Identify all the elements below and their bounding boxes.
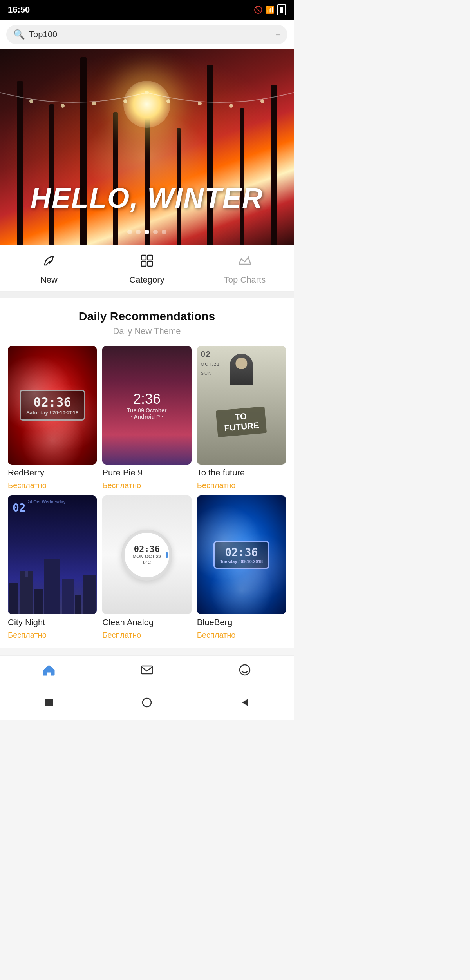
blue-background: 02:36 Tuesday / 09-10-2018 <box>197 495 286 614</box>
tree-8 <box>240 108 244 245</box>
city-clock: 02 <box>13 501 26 514</box>
svg-point-3 <box>123 99 127 103</box>
section-subtitle: Daily New Theme <box>8 326 286 336</box>
future-figure: TO FUTURE <box>217 354 266 435</box>
hero-banner: HELLO, WINTER <box>0 49 294 245</box>
hero-dot-5[interactable] <box>162 230 166 234</box>
theme-card-purepie[interactable]: 2:36 Tue.09 October· Android P · Pure Pi… <box>102 346 191 490</box>
status-bar: 16:50 🚫 📶 ▮ <box>0 0 294 20</box>
purepie-time: 2:36 <box>127 391 167 407</box>
analog-sub: MON OCT 220°C <box>132 554 161 566</box>
hero-dot-3[interactable] <box>145 230 149 234</box>
svg-point-4 <box>145 91 149 94</box>
building-7 <box>83 575 96 614</box>
tab-new[interactable]: New <box>25 253 72 285</box>
theme-thumb-purepie: 2:36 Tue.09 October· Android P · <box>102 346 191 465</box>
grid-icon <box>139 253 154 272</box>
city-skyline <box>8 543 97 614</box>
svg-rect-16 <box>45 699 53 706</box>
analog-time: 02:36 <box>134 544 160 554</box>
theme-thumb-city: 02 24.Oct Wednesday <box>8 495 97 614</box>
purepie-name: Pure Pie 9 <box>102 468 191 478</box>
tab-category[interactable]: Category <box>123 253 170 285</box>
theme-card-redberry[interactable]: 02:36 Saturday / 20-10-2018 RedBerry Бес… <box>8 346 97 490</box>
theme-card-blue[interactable]: 02:36 Tuesday / 09-10-2018 BlueBerg Бесп… <box>197 495 286 640</box>
tree-4 <box>113 112 118 245</box>
bottom-nav-face[interactable] <box>238 663 252 681</box>
svg-point-8 <box>260 99 264 103</box>
purepie-clock: 2:36 Tue.09 October· Android P · <box>127 391 167 420</box>
svg-rect-10 <box>148 255 152 260</box>
recommendations-section: Daily Recommendations Daily New Theme 02… <box>0 298 294 648</box>
section-divider <box>0 292 294 298</box>
future-banner: TO FUTURE <box>216 407 267 437</box>
voice-icon[interactable]: ≡ <box>275 29 280 40</box>
blue-name: BlueBerg <box>197 617 286 628</box>
blue-glitter <box>197 495 286 614</box>
mail-icon <box>140 663 154 681</box>
future-head <box>235 358 247 369</box>
svg-point-15 <box>240 665 250 675</box>
building-2 <box>20 571 33 614</box>
blue-price: Бесплатно <box>197 631 286 640</box>
wifi-icon: 📶 <box>266 5 274 14</box>
tab-new-label: New <box>40 275 58 285</box>
svg-marker-18 <box>242 699 248 706</box>
theme-card-analog[interactable]: 02:36 MON OCT 220°C Clean Analog Бесплат… <box>102 495 191 640</box>
tab-topcharts[interactable]: Top Charts <box>221 253 268 285</box>
purepie-price: Бесплатно <box>102 481 191 490</box>
svg-point-2 <box>92 102 96 105</box>
building-4 <box>44 559 61 614</box>
redberry-background: 02:36 Saturday / 20-10-2018 <box>8 346 97 465</box>
search-input[interactable] <box>29 29 271 40</box>
building-5 <box>62 579 73 614</box>
city-date: 24.Oct Wednesday <box>27 499 66 504</box>
hero-dot-2[interactable] <box>136 230 141 234</box>
future-toptext: 02OCT.21SUN. <box>201 350 220 377</box>
hero-dot-1[interactable] <box>127 230 132 234</box>
theme-thumb-analog: 02:36 MON OCT 220°C <box>102 495 191 614</box>
status-time: 16:50 <box>8 5 30 15</box>
building-1 <box>9 583 18 614</box>
nav-tabs: New Category Top Charts <box>0 245 294 292</box>
battery-icon: ▮ <box>277 4 286 15</box>
building-6 <box>75 595 82 614</box>
system-nav-circle[interactable] <box>139 695 155 710</box>
purepie-date: Tue.09 October· Android P · <box>127 407 167 420</box>
hero-garland <box>0 81 294 128</box>
search-input-wrap[interactable]: 🔍 ≡ <box>6 25 287 44</box>
redberry-name: RedBerry <box>8 468 97 478</box>
analog-background: 02:36 MON OCT 220°C <box>102 495 191 614</box>
theme-card-future[interactable]: TO FUTURE 02OCT.21SUN. To the future Бес… <box>197 346 286 490</box>
search-icon: 🔍 <box>13 29 25 40</box>
svg-rect-11 <box>141 261 146 266</box>
crown-icon <box>237 253 252 272</box>
svg-point-1 <box>61 104 65 108</box>
bottom-nav-mail[interactable] <box>140 663 154 681</box>
svg-rect-14 <box>141 666 152 674</box>
redberry-price: Бесплатно <box>8 481 97 490</box>
system-nav-square[interactable] <box>41 695 57 710</box>
bottom-nav <box>0 655 294 688</box>
hero-trees <box>0 49 294 245</box>
system-nav <box>0 688 294 720</box>
hero-title: HELLO, WINTER <box>0 182 294 214</box>
building-2-top <box>25 571 28 577</box>
themes-grid: 02:36 Saturday / 20-10-2018 RedBerry Бес… <box>8 346 286 640</box>
future-background: TO FUTURE 02OCT.21SUN. <box>197 346 286 465</box>
analog-price: Бесплатно <box>102 631 191 640</box>
system-nav-back[interactable] <box>237 695 253 710</box>
svg-point-0 <box>29 99 33 103</box>
leaf-icon <box>42 253 56 272</box>
svg-point-7 <box>229 104 233 108</box>
hero-dot-4[interactable] <box>153 230 158 234</box>
no-sim-icon: 🚫 <box>254 5 262 14</box>
home-icon <box>42 663 56 681</box>
theme-card-city[interactable]: 02 24.Oct Wednesday City Night Бесплатно <box>8 495 97 640</box>
tab-topcharts-label: Top Charts <box>224 275 266 285</box>
status-icons: 🚫 📶 ▮ <box>254 4 286 15</box>
city-name: City Night <box>8 617 97 628</box>
theme-thumb-future: TO FUTURE 02OCT.21SUN. <box>197 346 286 465</box>
bottom-nav-home[interactable] <box>42 663 56 681</box>
analog-name: Clean Analog <box>102 617 191 628</box>
